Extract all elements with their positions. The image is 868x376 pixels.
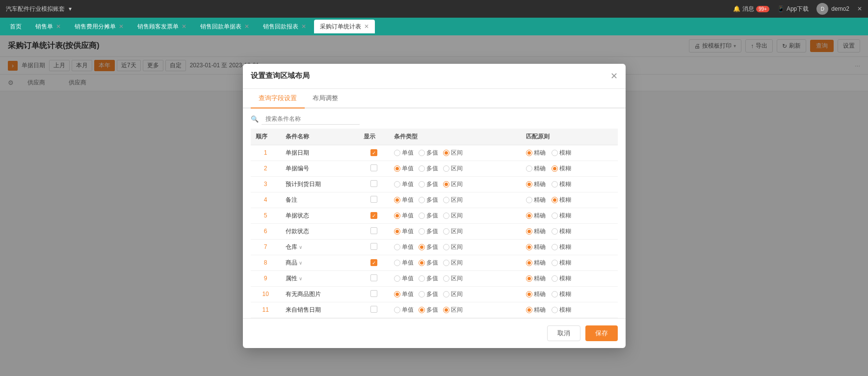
cond-type-radio-single[interactable]: 单值 bbox=[394, 306, 414, 314]
match-rule-radio-exact[interactable]: 精确 bbox=[526, 306, 546, 314]
match-rule-radio-fuzzy[interactable]: 模糊 bbox=[552, 274, 571, 283]
match-rule-radio-exact[interactable]: 精确 bbox=[526, 243, 546, 251]
tab-sales-receipt[interactable]: 销售回款单据表 ✕ bbox=[194, 20, 255, 33]
row-display[interactable] bbox=[359, 270, 389, 286]
row-display[interactable]: ✓ bbox=[359, 255, 389, 270]
cond-type-radio-range[interactable]: 区间 bbox=[443, 243, 463, 251]
display-checkbox[interactable]: ✓ bbox=[370, 212, 377, 219]
display-checkbox[interactable]: ✓ bbox=[370, 259, 377, 266]
tab-sales-order[interactable]: 销售单 ✕ bbox=[29, 20, 67, 33]
notification-area[interactable]: 🔔 消息 99+ bbox=[733, 5, 769, 13]
display-checkbox[interactable] bbox=[370, 243, 377, 250]
cond-type-radio-range[interactable]: 区间 bbox=[443, 164, 463, 173]
app-dropdown-icon[interactable]: ▾ bbox=[69, 5, 72, 12]
match-rule-radio-fuzzy[interactable]: 模糊 bbox=[552, 243, 571, 251]
tab-sales-report[interactable]: 销售回款报表 ✕ bbox=[257, 20, 312, 33]
tab-sales-invoice[interactable]: 销售顾客发票单 ✕ bbox=[132, 20, 192, 33]
search-input[interactable] bbox=[262, 113, 360, 125]
tab-purchase-stats[interactable]: 采购订单统计表 ✕ bbox=[314, 20, 375, 33]
match-rule-radio-fuzzy[interactable]: 模糊 bbox=[552, 290, 571, 298]
row-display[interactable] bbox=[359, 239, 389, 255]
match-rule-radio-exact[interactable]: 精确 bbox=[526, 212, 546, 220]
match-rule-radio-exact[interactable]: 精确 bbox=[526, 227, 546, 236]
match-rule-radio-fuzzy[interactable]: 模糊 bbox=[552, 227, 571, 236]
cond-type-radio-multi[interactable]: 多值 bbox=[419, 227, 438, 236]
match-rule-radio-fuzzy[interactable]: 模糊 bbox=[552, 164, 571, 173]
tab-sales-invoice-close[interactable]: ✕ bbox=[182, 23, 186, 30]
cond-type-radio-multi[interactable]: 多值 bbox=[419, 149, 438, 157]
match-rule-radio-fuzzy[interactable]: 模糊 bbox=[552, 180, 571, 188]
cond-type-radio-multi[interactable]: 多值 bbox=[419, 212, 438, 220]
display-checkbox[interactable] bbox=[370, 290, 377, 297]
match-rule-radio-exact[interactable]: 精确 bbox=[526, 196, 546, 204]
cond-type-radio-single[interactable]: 单值 bbox=[394, 243, 414, 251]
cond-type-radio-single[interactable]: 单值 bbox=[394, 180, 414, 188]
cond-type-radio-single[interactable]: 单值 bbox=[394, 259, 414, 267]
dialog-tab-query-fields[interactable]: 查询字段设置 bbox=[251, 89, 305, 108]
cond-type-radio-range[interactable]: 区间 bbox=[443, 212, 463, 220]
match-rule-radio-fuzzy[interactable]: 模糊 bbox=[552, 212, 571, 220]
display-checkbox[interactable] bbox=[370, 227, 377, 234]
cond-type-radio-range[interactable]: 区间 bbox=[443, 290, 463, 298]
cond-type-radio-single[interactable]: 单值 bbox=[394, 196, 414, 204]
cond-type-radio-range[interactable]: 区间 bbox=[443, 227, 463, 236]
window-close-icon[interactable]: ✕ bbox=[857, 5, 862, 12]
match-rule-radio-exact[interactable]: 精确 bbox=[526, 290, 546, 298]
display-checkbox[interactable] bbox=[370, 306, 377, 313]
match-rule-radio-exact[interactable]: 精确 bbox=[526, 164, 546, 173]
match-rule-radio-exact[interactable]: 精确 bbox=[526, 180, 546, 188]
user-area[interactable]: D demo2 bbox=[816, 3, 849, 15]
cond-type-radio-multi[interactable]: 多值 bbox=[419, 290, 438, 298]
match-rule-radio-fuzzy[interactable]: 模糊 bbox=[552, 306, 571, 314]
cond-type-radio-multi[interactable]: 多值 bbox=[419, 306, 438, 314]
match-rule-radio-fuzzy[interactable]: 模糊 bbox=[552, 149, 571, 157]
app-download-area[interactable]: 📱 App下载 bbox=[777, 5, 809, 13]
cond-type-radio-range[interactable]: 区间 bbox=[443, 259, 463, 267]
display-checkbox[interactable]: ✓ bbox=[370, 149, 377, 156]
cond-type-radio-single[interactable]: 单值 bbox=[394, 274, 414, 283]
match-rule-radio-exact[interactable]: 精确 bbox=[526, 274, 546, 283]
dialog-tab-layout[interactable]: 布局调整 bbox=[305, 89, 346, 108]
cond-type-radio-single[interactable]: 单值 bbox=[394, 212, 414, 220]
row-display[interactable] bbox=[359, 223, 389, 239]
cond-type-radio-single[interactable]: 单值 bbox=[394, 227, 414, 236]
dialog-close-button[interactable]: ✕ bbox=[610, 71, 618, 81]
tab-home[interactable]: 首页 bbox=[4, 20, 27, 33]
row-display[interactable] bbox=[359, 302, 389, 318]
display-checkbox[interactable] bbox=[370, 196, 377, 203]
tab-sales-receipt-close[interactable]: ✕ bbox=[244, 23, 249, 30]
match-rule-radio-exact[interactable]: 精确 bbox=[526, 259, 546, 267]
cond-type-radio-range[interactable]: 区间 bbox=[443, 149, 463, 157]
tab-sales-report-close[interactable]: ✕ bbox=[301, 23, 306, 30]
tab-sales-expense-close[interactable]: ✕ bbox=[119, 23, 124, 30]
match-rule-radio-fuzzy[interactable]: 模糊 bbox=[552, 196, 571, 204]
row-display[interactable]: ✓ bbox=[359, 208, 389, 223]
row-display[interactable] bbox=[359, 192, 389, 208]
cond-type-radio-range[interactable]: 区间 bbox=[443, 180, 463, 188]
cond-type-radio-single[interactable]: 单值 bbox=[394, 290, 414, 298]
display-checkbox[interactable] bbox=[370, 274, 377, 281]
tab-purchase-stats-close[interactable]: ✕ bbox=[364, 23, 369, 30]
cond-type-radio-multi[interactable]: 多值 bbox=[419, 274, 438, 283]
cond-type-radio-multi[interactable]: 多值 bbox=[419, 259, 438, 267]
cond-type-radio-multi[interactable]: 多值 bbox=[419, 243, 438, 251]
cond-type-radio-single[interactable]: 单值 bbox=[394, 164, 414, 173]
cond-type-radio-multi[interactable]: 多值 bbox=[419, 164, 438, 173]
display-checkbox[interactable] bbox=[370, 164, 377, 171]
cancel-button[interactable]: 取消 bbox=[547, 325, 580, 341]
cond-type-radio-range[interactable]: 区间 bbox=[443, 274, 463, 283]
cond-type-radio-single[interactable]: 单值 bbox=[394, 149, 414, 157]
cond-type-radio-multi[interactable]: 多值 bbox=[419, 196, 438, 204]
row-display[interactable] bbox=[359, 161, 389, 176]
save-button[interactable]: 保存 bbox=[585, 325, 618, 341]
display-checkbox[interactable] bbox=[370, 180, 377, 187]
cond-type-radio-multi[interactable]: 多值 bbox=[419, 180, 438, 188]
cond-type-radio-range[interactable]: 区间 bbox=[443, 196, 463, 204]
row-display[interactable]: ✓ bbox=[359, 145, 389, 161]
row-display[interactable] bbox=[359, 176, 389, 192]
match-rule-radio-fuzzy[interactable]: 模糊 bbox=[552, 259, 571, 267]
cond-type-radio-range[interactable]: 区间 bbox=[443, 306, 463, 314]
tab-sales-expense[interactable]: 销售费用分摊单 ✕ bbox=[69, 20, 130, 33]
match-rule-radio-exact[interactable]: 精确 bbox=[526, 149, 546, 157]
tab-sales-order-close[interactable]: ✕ bbox=[56, 23, 61, 30]
